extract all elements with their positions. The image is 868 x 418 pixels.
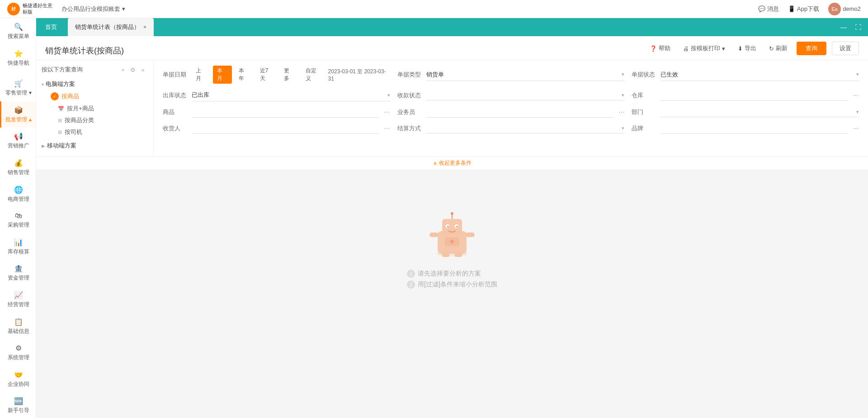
collapse-scheme-btn[interactable]: «	[138, 65, 148, 75]
scheme-item-by-cashier[interactable]: ⊞ 按司机	[42, 126, 153, 138]
date-more-btn[interactable]: 更多	[280, 66, 298, 84]
tabbar-actions: — ⛶	[837, 21, 868, 33]
salesperson-input[interactable]	[426, 107, 613, 118]
date-this-year-btn[interactable]: 本年	[235, 66, 253, 84]
sidebar-item-inventory[interactable]: 📊 库存核算	[0, 233, 36, 260]
workspace-chevron-icon: ▾	[122, 5, 125, 12]
svg-point-6	[456, 226, 458, 228]
filter-row-3: 商品 ··· 业务员 ··· 部门	[163, 107, 859, 118]
filter-recv-status-field: 收款状态 ▾	[397, 90, 625, 100]
logo-text: 畅捷通好生意 标版	[23, 3, 52, 14]
scheme-tree: ▾ 电脑端方案 ✓ 按商品 📅 按月+商品	[36, 78, 153, 152]
sidebar-item-system[interactable]: ⚙ 系统管理	[0, 339, 36, 366]
wholesale-icon: 📦	[14, 106, 23, 114]
tab-close-btn[interactable]: ×	[143, 24, 146, 30]
query-btn[interactable]: 查询	[797, 42, 826, 55]
scheme-item-by-month-product[interactable]: 📅 按月+商品	[42, 103, 153, 114]
filter-warehouse-field: 仓库 ···	[632, 90, 859, 101]
filter-row-2: 出库状态 已出库 ▾ 收款状态 ▾	[163, 89, 859, 101]
sidebar-item-basic[interactable]: 📋 基础信息	[0, 313, 36, 340]
scheme-group-desktop[interactable]: ▾ 电脑端方案	[42, 78, 153, 90]
warehouse-input[interactable]	[660, 90, 847, 101]
sidebar-item-quick-nav[interactable]: ⭐ 快捷导航	[0, 45, 36, 71]
tabbar-maximize-btn[interactable]: ⛶	[852, 21, 864, 33]
message-btn[interactable]: 💬 消息	[758, 5, 779, 13]
scheme-item-by-category[interactable]: ⊞ 按商品分类	[42, 114, 153, 126]
date-last-month-btn[interactable]: 上月	[192, 66, 210, 84]
doc-type-chevron-icon: ▾	[622, 71, 624, 77]
settings-btn[interactable]: 设置	[832, 42, 859, 55]
dept-select[interactable]: ▾	[660, 107, 859, 117]
sales-icon: 💰	[14, 159, 23, 167]
sidebar-item-guide[interactable]: 🆕 新手引导	[0, 392, 36, 418]
template-print-btn[interactable]: 🖨 按模板打印 ▾	[679, 43, 729, 54]
warehouse-more-icon[interactable]: ···	[853, 91, 859, 100]
recv-status-select[interactable]: ▾	[426, 90, 625, 100]
filter-row-1: 单据日期 上月 本月 本年 近7天 更多 自定义 2023-03-01 至 20…	[163, 66, 859, 84]
sidebar-item-cooperation[interactable]: 🤝 企业协同	[0, 366, 36, 393]
svg-rect-10	[466, 233, 475, 237]
brand-input[interactable]	[660, 123, 847, 134]
add-scheme-btn[interactable]: +	[118, 65, 128, 75]
calendar-icon: 📅	[58, 106, 64, 112]
filter-brand-field: 品牌 ···	[632, 123, 859, 134]
scheme-panel: 按以下方案查询 + ⚙ « ▾ 电脑端方案 ✓	[36, 60, 154, 156]
finance-icon: 🏦	[14, 264, 23, 273]
brand-more-icon[interactable]: ···	[853, 124, 859, 133]
basic-icon: 📋	[14, 318, 23, 326]
empty-tip-2: 2 用[过滤]条件来缩小分析范围	[407, 280, 497, 289]
payment-select[interactable]: ▾	[426, 124, 625, 133]
date-this-month-btn[interactable]: 本月	[213, 66, 231, 84]
export-btn[interactable]: ⬇ 导出	[734, 43, 760, 54]
tab-active[interactable]: 销货单统计表（按商品） ×	[68, 18, 154, 36]
user-menu[interactable]: Ea demo2	[828, 3, 861, 15]
refresh-btn[interactable]: ↻ 刷新	[765, 43, 791, 54]
workspace-selector[interactable]: 办公用品行业模拟账套 ▾	[61, 5, 125, 13]
doc-status-chevron-icon: ▾	[856, 71, 859, 77]
inventory-icon: 📊	[14, 238, 23, 247]
export-icon: ⬇	[738, 45, 743, 52]
doc-type-select[interactable]: 销货单 ▾	[426, 69, 625, 81]
dept-chevron-icon: ▾	[856, 109, 859, 115]
app-download-btn[interactable]: 📱 App下载	[788, 5, 819, 13]
help-btn[interactable]: ❓ 帮助	[646, 43, 674, 54]
empty-illustration	[425, 206, 479, 261]
svg-rect-11	[442, 252, 449, 257]
product-more-icon[interactable]: ···	[384, 108, 390, 116]
sidebar-item-finance[interactable]: 🏦 资金管理	[0, 260, 36, 286]
scheme-group-mobile[interactable]: ▶ 移动端方案	[42, 140, 153, 152]
scheme-active-icon: ✓	[51, 92, 59, 100]
app-logo: 好 畅捷通好生意 标版	[7, 3, 52, 15]
cashier-icon: ⊞	[58, 129, 62, 135]
sidebar-item-search[interactable]: 🔍 搜索菜单	[0, 18, 36, 45]
salesperson-more-icon[interactable]: ···	[618, 108, 624, 116]
collapse-filters-btn[interactable]: ∧ 收起更多条件	[36, 156, 868, 170]
sidebar-item-ecommerce[interactable]: 🌐 电商管理	[0, 181, 36, 208]
sidebar-item-purchase[interactable]: 🛍 采购管理	[0, 207, 36, 233]
refresh-icon: ↻	[769, 45, 774, 52]
tabbar-minimize-btn[interactable]: —	[837, 21, 850, 33]
doc-status-select[interactable]: 已生效 ▾	[660, 69, 859, 81]
sidebar-item-marketing[interactable]: 📢 营销推广	[0, 128, 36, 154]
date-last-7-btn[interactable]: 近7天	[256, 66, 278, 84]
filter-salesperson-field: 业务员 ···	[397, 107, 625, 118]
filter-panel: 按以下方案查询 + ⚙ « ▾ 电脑端方案 ✓	[36, 60, 868, 170]
category-icon: ⊞	[58, 118, 62, 124]
tab-home[interactable]: 首页	[36, 18, 66, 36]
recipient-input[interactable]	[192, 123, 378, 134]
date-custom-btn[interactable]: 自定义	[302, 66, 326, 84]
group-expand-icon: ▾	[42, 82, 44, 87]
sidebar-item-retail[interactable]: 🛒 零售管理 ▾	[0, 75, 36, 101]
retail-icon: 🛒	[14, 79, 23, 88]
recipient-more-icon[interactable]: ···	[384, 124, 390, 133]
out-status-select[interactable]: 已出库 ▾	[192, 89, 390, 101]
edit-scheme-btn[interactable]: ⚙	[128, 65, 138, 75]
topbar-right: 💬 消息 📱 App下载 Ea demo2	[758, 3, 861, 15]
print-chevron-icon: ▾	[722, 45, 725, 52]
system-icon: ⚙	[15, 344, 22, 352]
sidebar-item-sales[interactable]: 💰 销售管理	[0, 154, 36, 181]
scheme-item-by-product[interactable]: ✓ 按商品	[42, 90, 153, 103]
product-input[interactable]	[192, 107, 378, 118]
sidebar-item-wholesale[interactable]: 📦 批发管理 ▴	[0, 101, 36, 128]
sidebar-item-operations[interactable]: 📈 经营管理	[0, 286, 36, 313]
